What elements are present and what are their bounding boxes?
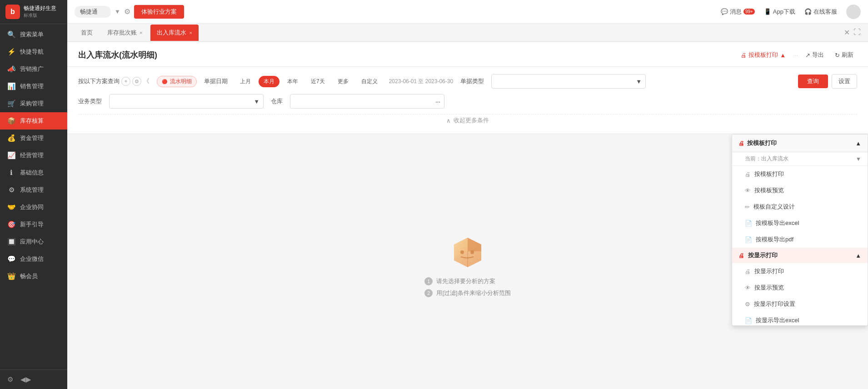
sidebar-item-business[interactable]: 📈 经营管理: [0, 147, 67, 164]
print-chevron-up-icon: ▲: [780, 52, 786, 59]
page-actions-area: 🖨 按模板打印 ▲ ··· ↗ 导出 ↻ 刷新: [737, 49, 857, 61]
topbar: 畅捷通 ▼ ⚙ 体验行业方案 💬 消息 99+ 📱 App下载 🎧 在线客服: [67, 0, 868, 24]
sidebar-item-quick-nav[interactable]: ⚡ 快捷导航: [0, 43, 67, 60]
date-btn-more[interactable]: 更多: [333, 76, 354, 87]
dropdown-item-template-pdf[interactable]: 📄 按模板导出pdf: [732, 231, 868, 248]
collapse-label: 收起更多条件: [454, 116, 489, 125]
tab-batch[interactable]: 库存批次账 ×: [101, 25, 149, 41]
topbar-username: 畅捷通: [75, 6, 111, 18]
dropdown-current: 当前：出入库流水 ▼: [732, 152, 868, 166]
dropdown-item-display-settings[interactable]: ⚙ 按显示打印设置: [732, 296, 868, 312]
date-btn-this-month[interactable]: 本月: [259, 76, 279, 87]
sidebar-item-app-center[interactable]: 🔲 应用中心: [0, 233, 67, 250]
sidebar-item-search-menu[interactable]: 🔍 搜索菜单: [0, 26, 67, 43]
step-2-num: 2: [424, 289, 433, 297]
sidebar-item-label: 企业微信: [20, 255, 44, 263]
sidebar-settings-btn[interactable]: ⚙: [7, 375, 13, 384]
dropdown-item-display-excel[interactable]: 📄 按显示导出excel: [732, 312, 868, 325]
trial-btn[interactable]: 体验行业方案: [134, 5, 184, 19]
divider1: ···: [793, 52, 798, 59]
dropdown-item-template-custom[interactable]: ✏ 模板自定义设计: [732, 199, 868, 215]
empty-steps: 1 请先选择要分析的方案 2 用[过滤]条件来缩小分析范围: [424, 277, 510, 297]
sidebar-item-membership[interactable]: 👑 畅会员: [0, 268, 67, 285]
sidebar-item-guide[interactable]: 🎯 新手引导: [0, 216, 67, 233]
date-btn-7days[interactable]: 近7天: [306, 76, 330, 87]
sidebar-logo: b 畅捷通好生意 标准版: [0, 0, 67, 24]
tab-home[interactable]: 首页: [75, 25, 99, 41]
type-select[interactable]: ▼: [491, 74, 646, 89]
refresh-icon: ↻: [835, 52, 840, 59]
sidebar-item-label: 企业协同: [20, 203, 44, 211]
query-btn[interactable]: 查询: [798, 75, 828, 88]
tab-flow-close[interactable]: ×: [189, 30, 192, 35]
message-action[interactable]: 💬 消息 99+: [721, 8, 755, 16]
tab-expand-btn[interactable]: ⛶: [853, 28, 861, 37]
tabbar-controls: ✕ ⛶: [844, 28, 861, 37]
dropdown-item-display-preview[interactable]: 👁 按显示预览: [732, 279, 868, 296]
sidebar-item-sales[interactable]: 📊 销售管理: [0, 78, 67, 95]
sidebar-item-purchase[interactable]: 🛒 采购管理: [0, 95, 67, 112]
print-template-btn[interactable]: 🖨 按模板打印 ▲: [737, 49, 789, 61]
app-download-action[interactable]: 📱 App下载: [764, 8, 795, 16]
dropdown-item-template-print[interactable]: 🖨 按模板打印: [732, 166, 868, 182]
topbar-dropdown-icon[interactable]: ▼: [115, 8, 120, 15]
sidebar-item-marketing[interactable]: 📣 营销推广: [0, 60, 67, 78]
tab-flow[interactable]: 出入库流水 ×: [150, 25, 198, 41]
display-settings-icon: ⚙: [745, 301, 750, 308]
dropdown-display-header[interactable]: 🖨 按显示打印 ▲: [732, 248, 868, 263]
sidebar-item-inventory[interactable]: 📦 库存核算: [0, 112, 67, 130]
filter-collapse-icon[interactable]: 《: [143, 77, 150, 85]
online-service-action[interactable]: 🎧 在线客服: [804, 8, 837, 16]
sidebar-collapse-btn[interactable]: ◀▶: [20, 375, 31, 384]
search-menu-icon: 🔍: [7, 30, 15, 39]
tab-flow-label: 出入库流水: [157, 29, 186, 37]
finance-icon: 💰: [7, 134, 15, 142]
date-btn-this-year[interactable]: 本年: [282, 76, 303, 87]
export-btn[interactable]: ↗ 导出: [802, 49, 828, 61]
refresh-btn[interactable]: ↻ 刷新: [831, 49, 857, 61]
sidebar-item-basic-info[interactable]: ℹ 基础信息: [0, 164, 67, 181]
filter-add-btn[interactable]: +: [121, 77, 130, 86]
sidebar-item-finance[interactable]: 💰 资金管理: [0, 130, 67, 147]
business-type-select[interactable]: ▼: [109, 94, 264, 109]
dropdown-item-display-print[interactable]: 🖨 按显示打印: [732, 263, 868, 279]
page-title: 出入库流水(流水明细): [78, 50, 157, 60]
dropdown-item-template-preview[interactable]: 👁 按模板预览: [732, 182, 868, 199]
app-download-label: App下载: [773, 8, 795, 16]
dropdown-chevron-up[interactable]: ▲: [855, 140, 861, 147]
date-btn-last-month[interactable]: 上月: [235, 76, 256, 87]
dropdown-item-template-excel[interactable]: 📄 按模板导出excel: [732, 215, 868, 231]
date-btn-custom[interactable]: 自定义: [356, 76, 383, 87]
user-avatar[interactable]: [846, 5, 861, 19]
sidebar-item-wecom[interactable]: 💬 企业微信: [0, 250, 67, 268]
filter-label-group: 按以下方案查询 + ⚙ 《: [78, 77, 150, 86]
message-icon: 💬: [721, 8, 728, 15]
dropdown-header-label: 按模板打印: [747, 139, 777, 147]
page-title-row: 出入库流水(流水明细) 🖨 按模板打印 ▲ ··· ↗ 导出 ↻ 刷新: [78, 49, 857, 61]
dropdown-header: 🖨 按模板打印 ▲: [732, 135, 868, 152]
settings-btn[interactable]: 设置: [832, 74, 857, 89]
svg-point-5: [470, 250, 474, 254]
topbar-gear-btn[interactable]: ⚙: [124, 7, 130, 16]
wecom-icon: 💬: [7, 255, 15, 263]
topbar-user-area: 畅捷通 ▼ ⚙ 体验行业方案: [75, 5, 715, 19]
dropdown-header-left: 🖨 按模板打印: [738, 139, 777, 147]
business-type-chevron: ▼: [254, 98, 259, 105]
svg-marker-2: [468, 238, 481, 251]
template-print-label: 按模板打印: [754, 170, 784, 178]
sidebar-item-label: 经营管理: [20, 151, 44, 160]
guide-icon: 🎯: [7, 220, 15, 229]
warehouse-label: 仓库: [271, 97, 283, 105]
active-filter-tag[interactable]: 🔴 流水明细: [157, 76, 197, 87]
collapse-more-btn[interactable]: ∧ 收起更多条件: [78, 114, 857, 126]
sidebar-item-label: 系统管理: [20, 186, 44, 194]
topbar-right: 💬 消息 99+ 📱 App下载 🎧 在线客服: [721, 5, 861, 19]
membership-icon: 👑: [7, 272, 15, 280]
sidebar-item-cooperation[interactable]: 🤝 企业协同: [0, 199, 67, 216]
sidebar-item-system[interactable]: ⚙ 系统管理: [0, 181, 67, 199]
tab-batch-close[interactable]: ×: [140, 30, 142, 35]
marketing-icon: 📣: [7, 65, 15, 73]
tab-close-all-btn[interactable]: ✕: [844, 28, 850, 37]
warehouse-input[interactable]: ···: [290, 94, 444, 109]
filter-settings-btn[interactable]: ⚙: [132, 77, 141, 86]
